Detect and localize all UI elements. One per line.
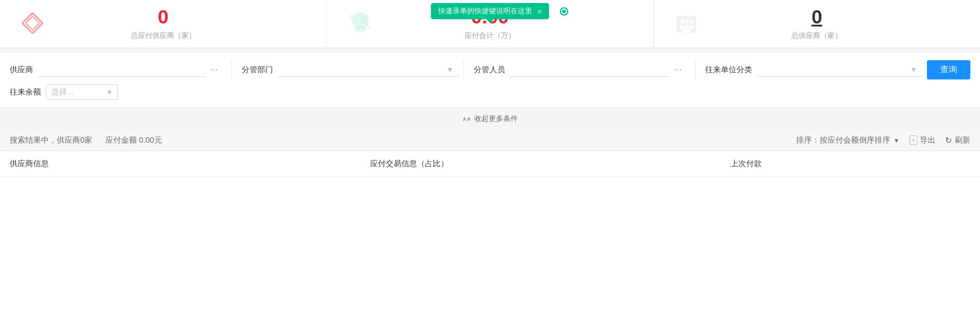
svg-rect-12 bbox=[683, 29, 690, 33]
supplier-filter-item: 供应商 ··· bbox=[10, 63, 222, 77]
divider-3 bbox=[695, 60, 696, 79]
tooltip-close-btn[interactable]: × bbox=[537, 7, 542, 16]
shortcut-tooltip: 快速录单的快捷键说明在这里 × bbox=[431, 3, 549, 19]
svg-rect-7 bbox=[685, 19, 689, 23]
summary-bar: 0 总应付供应商（家） 0.00 应付合计（万） 快速录单的快捷键说明在这里 × bbox=[0, 0, 980, 48]
summary-card-payable-amount: 0.00 应付合计（万） 快速录单的快捷键说明在这里 × bbox=[327, 0, 653, 48]
building-icon-area bbox=[672, 8, 701, 39]
supplier-more-btn[interactable]: ··· bbox=[206, 64, 221, 75]
col-transaction-header: 应付交易信息（占比） bbox=[370, 158, 730, 169]
supplier-input[interactable] bbox=[38, 63, 206, 77]
diamond-icon-area bbox=[18, 8, 47, 39]
filter-row-2: 往来余额 选择... ▼ bbox=[10, 84, 970, 100]
person-label: 分管人员 bbox=[474, 64, 505, 75]
person-filter-item: 分管人员 ··· bbox=[474, 63, 686, 77]
person-more-btn[interactable]: ··· bbox=[670, 64, 685, 75]
unit-class-label: 往来单位分类 bbox=[705, 64, 752, 75]
unit-class-filter-item: 往来单位分类 ▼ bbox=[705, 63, 917, 77]
filter-row-1: 供应商 ··· 分管部门 ▼ 分管人员 ··· 往来单位分类 ▼ 查询 bbox=[10, 60, 970, 79]
col-supplier-header: 供应商信息 bbox=[10, 158, 370, 169]
tooltip-dot bbox=[561, 8, 567, 14]
collapse-bar: ∧∧ 收起更多条件 bbox=[0, 108, 980, 130]
export-button[interactable]: ↑ 导出 bbox=[909, 135, 936, 146]
results-summary: 搜索结果中，供应商0家 应付金额 0.00元 bbox=[10, 135, 162, 146]
refresh-icon: ↻ bbox=[945, 135, 952, 145]
balance-select[interactable]: 选择... ▼ bbox=[46, 84, 118, 100]
divider-2 bbox=[463, 60, 464, 79]
export-icon: ↑ bbox=[909, 135, 918, 145]
balance-label: 往来余额 bbox=[10, 87, 41, 98]
total-suppliers-label: 总供应商（家） bbox=[791, 31, 842, 41]
results-actions: 排序：按应付会额倒序排序 ▼ ↑ 导出 ↻ 刷新 bbox=[796, 135, 970, 146]
divider-1 bbox=[231, 60, 232, 79]
svg-rect-10 bbox=[685, 25, 689, 29]
svg-rect-9 bbox=[680, 25, 684, 29]
svg-rect-11 bbox=[690, 25, 694, 29]
svg-point-4 bbox=[363, 17, 365, 19]
collapse-up-icon: ∧∧ bbox=[462, 116, 471, 122]
query-button[interactable]: 查询 bbox=[927, 60, 970, 79]
total-suppliers-count: 0 bbox=[811, 7, 822, 28]
svg-point-3 bbox=[354, 25, 366, 33]
results-amount-text: 应付金额 0.00元 bbox=[105, 135, 162, 144]
refresh-button[interactable]: ↻ 刷新 bbox=[945, 135, 970, 146]
table-body bbox=[0, 177, 980, 310]
payable-suppliers-label: 总应付供应商（家） bbox=[131, 31, 196, 41]
refresh-label: 刷新 bbox=[955, 135, 970, 146]
balance-chevron-icon: ▼ bbox=[106, 88, 113, 96]
sort-chevron-icon: ▼ bbox=[894, 137, 900, 144]
person-input[interactable] bbox=[510, 63, 670, 77]
piggy-icon-area bbox=[345, 7, 376, 40]
dept-filter-item: 分管部门 ▼ bbox=[242, 63, 454, 77]
filter-section: 供应商 ··· 分管部门 ▼ 分管人员 ··· 往来单位分类 ▼ 查询 bbox=[0, 53, 980, 108]
dept-label: 分管部门 bbox=[242, 64, 273, 75]
svg-rect-8 bbox=[690, 19, 694, 23]
supplier-label: 供应商 bbox=[10, 64, 33, 75]
sort-label: 排序：按应付会额倒序排序 ▼ bbox=[796, 135, 900, 146]
results-count-text: 搜索结果中，供应商0家 bbox=[10, 135, 92, 144]
summary-card-payable-suppliers: 0 总应付供应商（家） bbox=[0, 0, 327, 48]
dept-input[interactable] bbox=[278, 63, 459, 77]
col-lastpay-header: 上次付款 bbox=[730, 158, 971, 169]
export-label: 导出 bbox=[920, 135, 935, 146]
payable-suppliers-count: 0 bbox=[158, 7, 169, 28]
results-bar: 搜索结果中，供应商0家 应付金额 0.00元 排序：按应付会额倒序排序 ▼ ↑ … bbox=[0, 130, 980, 151]
unit-class-input[interactable] bbox=[757, 63, 922, 77]
tooltip-text: 快速录单的快捷键说明在这里 bbox=[438, 6, 532, 16]
collapse-btn-label: 收起更多条件 bbox=[474, 114, 518, 124]
payable-amount-label: 应付合计（万） bbox=[465, 31, 515, 41]
table-header: 供应商信息 应付交易信息（占比） 上次付款 bbox=[0, 151, 980, 177]
balance-placeholder: 选择... bbox=[51, 87, 74, 98]
collapse-button[interactable]: ∧∧ 收起更多条件 bbox=[453, 111, 527, 126]
svg-rect-6 bbox=[680, 19, 684, 23]
summary-card-total-suppliers: 0 总供应商（家） bbox=[654, 0, 980, 48]
